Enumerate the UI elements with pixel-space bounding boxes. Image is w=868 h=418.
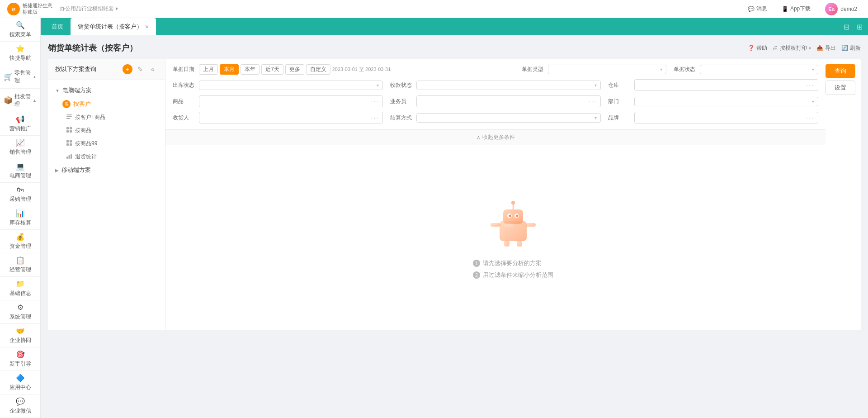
date-range-text: 2023-03-01 至 2023-03-31 xyxy=(332,66,391,73)
receiver-label: 收货人 xyxy=(173,114,195,122)
logo-text: 畅捷通好生意 标账版 xyxy=(23,3,52,14)
date-last-month[interactable]: 上月 xyxy=(199,64,218,75)
svg-rect-26 xyxy=(504,240,509,247)
svg-rect-3 xyxy=(66,116,72,117)
sidebar-item-system[interactable]: ⚙ 系统管理 xyxy=(0,300,40,324)
sidebar-item-sales[interactable]: 📈 销售管理 xyxy=(0,136,40,159)
settlement-label: 结算方式 xyxy=(390,114,413,122)
edit-icon: ✎ xyxy=(137,66,143,73)
sidebar-item-enterprise[interactable]: 🤝 企业协同 xyxy=(0,324,40,347)
tree-item-by-goods[interactable]: 按商品 xyxy=(48,124,165,137)
content-area: 首页 销货单统计表（按客户） × ⊟ ⊞ 销货单统计表（按客户） ❓ 帮助 xyxy=(41,18,868,418)
tab-sales-stat[interactable]: 销货单统计表（按客户） × xyxy=(71,18,156,35)
filter-row-1: 单据日期 上月 本月 本年 近7天 更多 自定义 xyxy=(173,64,818,75)
svg-rect-4 xyxy=(66,118,70,119)
sidebar-item-apps[interactable]: 🔷 应用中心 xyxy=(0,371,40,394)
date-more[interactable]: 更多 xyxy=(285,64,304,75)
svg-rect-6 xyxy=(70,127,72,129)
header-left: 好 畅捷通好生意 标账版 办公用品行业模拟账套 ▾ xyxy=(7,3,118,15)
goods-select[interactable]: ··· xyxy=(199,95,383,107)
tree-item-by-customer[interactable]: 客 按客户 xyxy=(48,97,165,111)
customer-goods-icon xyxy=(66,114,72,121)
logo-icon: 好 xyxy=(7,3,20,15)
tab-close-icon[interactable]: × xyxy=(145,24,149,30)
salesperson-select[interactable]: ··· xyxy=(416,95,600,107)
tree-item-by-customer-goods[interactable]: 按客户+商品 xyxy=(48,111,165,124)
sidebar-item-basic[interactable]: 📁 基础信息 xyxy=(0,277,40,300)
setting-button[interactable]: 设置 xyxy=(826,81,855,95)
filter-row-3: 商品 ··· 业务员 xyxy=(173,95,818,107)
sidebar-label-sales: 销售管理 xyxy=(9,148,31,156)
salesperson-dots-icon: ··· xyxy=(589,98,597,105)
date-this-month[interactable]: 本月 xyxy=(220,64,239,75)
sidebar-item-operation[interactable]: 📋 经营管理 xyxy=(0,253,40,277)
date-custom[interactable]: 自定义 xyxy=(306,64,330,75)
dept-select[interactable]: ▾ xyxy=(634,97,818,106)
svg-point-23 xyxy=(511,201,515,204)
settlement-select[interactable]: ▾ xyxy=(416,113,600,123)
refresh-button[interactable]: 🔄 刷新 xyxy=(841,44,861,52)
message-button[interactable]: 💬 消息 xyxy=(744,3,771,14)
doc-status-arrow-icon: ▾ xyxy=(812,67,814,72)
tab-maximize-icon[interactable]: ⊞ xyxy=(855,21,864,33)
app-download-button[interactable]: 📱 App下载 xyxy=(778,3,814,14)
page-header: 销货单统计表（按客户） ❓ 帮助 🖨 按模板打印 ▾ 📤 导出 xyxy=(48,43,861,53)
svg-rect-9 xyxy=(66,140,69,142)
breadcrumb[interactable]: 办公用品行业模拟账套 ▾ xyxy=(60,5,118,13)
retail-arrow-icon: ▲ xyxy=(33,75,37,79)
by-customer-icon: 客 xyxy=(62,100,71,108)
apps-icon: 🔷 xyxy=(16,374,25,382)
edit-scheme-button[interactable]: ✎ xyxy=(135,64,145,74)
filter-doc-status: 单据状态 ▾ xyxy=(674,65,818,74)
sidebar-item-newbie[interactable]: 🎯 新手引导 xyxy=(0,347,40,371)
sidebar-label-wechat: 企业微信 xyxy=(9,407,31,415)
ship-status-label: 出库状态 xyxy=(173,81,195,89)
receiver-select[interactable]: ··· xyxy=(199,112,383,124)
sidebar-item-marketing[interactable]: 📢 营销推广 xyxy=(0,112,40,136)
receiver-dots-icon: ··· xyxy=(371,114,379,121)
mobile-group-label: 移动端方案 xyxy=(61,166,91,174)
tab-actions: ⊟ ⊞ xyxy=(842,21,864,33)
sidebar-item-ecommerce[interactable]: 💻 电商管理 xyxy=(0,159,40,183)
sidebar-item-finance[interactable]: 💰 资金管理 xyxy=(0,230,40,253)
template-print-button[interactable]: 🖨 按模板打印 ▾ xyxy=(773,44,811,52)
sidebar-item-wholesale[interactable]: 📦 批发管理 ▲ xyxy=(0,89,40,112)
sidebar-item-search[interactable]: 🔍 搜索菜单 xyxy=(0,18,40,42)
tab-home[interactable]: 首页 xyxy=(44,18,71,35)
svg-rect-25 xyxy=(526,223,536,227)
help-button[interactable]: ❓ 帮助 xyxy=(748,44,767,52)
tree-group-mobile[interactable]: ▶ 移动端方案 xyxy=(48,163,165,177)
date-this-year[interactable]: 本年 xyxy=(241,64,259,75)
tab-minimize-icon[interactable]: ⊟ xyxy=(842,21,851,33)
sidebar-label-apps: 应用中心 xyxy=(9,384,31,391)
warehouse-select[interactable]: ··· xyxy=(634,79,818,91)
svg-rect-15 xyxy=(71,154,72,159)
svg-rect-14 xyxy=(69,155,70,159)
tree-group-pc[interactable]: ▼ 电脑端方案 xyxy=(48,84,165,97)
sidebar-item-shortcut[interactable]: ⭐ 快捷导航 xyxy=(0,42,40,65)
brand-select[interactable]: ··· xyxy=(634,112,818,124)
collapse-bar[interactable]: ∧ 收起更多条件 xyxy=(165,129,826,145)
header-right: 💬 消息 📱 App下载 Ea demo2 xyxy=(744,1,861,17)
svg-rect-27 xyxy=(517,240,522,247)
sidebar-item-wechat[interactable]: 💬 企业微信 xyxy=(0,394,40,418)
tree-item-return-stat[interactable]: 退货统计 xyxy=(48,150,165,163)
user-menu-button[interactable]: Ea demo2 xyxy=(821,1,861,17)
sidebar-label-purchase: 采购管理 xyxy=(9,195,31,203)
export-button[interactable]: 📤 导出 xyxy=(816,44,836,52)
tree-item-by-goods-99[interactable]: 按商品99 xyxy=(48,137,165,150)
date-last-7[interactable]: 近7天 xyxy=(261,64,283,75)
filter-date: 单据日期 上月 本月 本年 近7天 更多 自定义 xyxy=(173,64,514,75)
query-button[interactable]: 查询 xyxy=(826,64,855,78)
ship-status-select[interactable]: ▾ xyxy=(199,81,383,90)
add-scheme-button[interactable]: + xyxy=(123,64,132,74)
svg-point-21 xyxy=(516,215,519,217)
doc-type-select[interactable]: ▾ xyxy=(548,65,666,74)
receipt-status-select[interactable]: ▾ xyxy=(416,81,600,90)
doc-status-select[interactable]: ▾ xyxy=(700,65,818,74)
collapse-panel-button[interactable]: « xyxy=(148,64,158,74)
sidebar-item-purchase[interactable]: 🛍 采购管理 xyxy=(0,183,40,206)
sidebar-item-inventory[interactable]: 📊 库存核算 xyxy=(0,206,40,230)
date-filter-label: 单据日期 xyxy=(173,66,195,73)
sidebar-item-retail[interactable]: 🛒 零售管理 ▲ xyxy=(0,65,40,89)
